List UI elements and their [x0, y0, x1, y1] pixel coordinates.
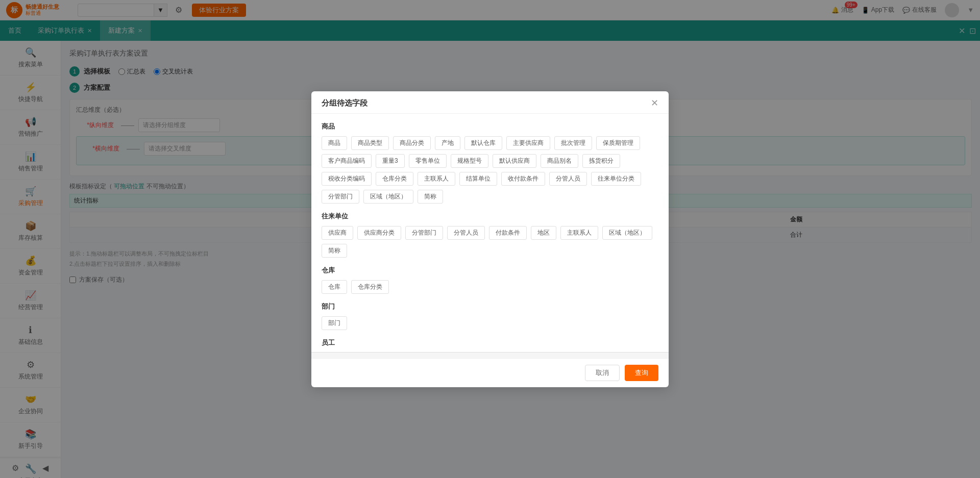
field-tags-2: 仓库仓库分类: [322, 280, 658, 294]
modal-confirm-button[interactable]: 查询: [625, 365, 658, 381]
modal-body: 商品商品商品类型商品分类产地默认仓库主要供应商批次管理保质期管理客户商品编码重量…: [311, 114, 669, 352]
field-tag-0-2[interactable]: 商品分类: [393, 136, 431, 150]
field-tag-0-17[interactable]: 主联系人: [418, 172, 455, 186]
field-tag-0-14[interactable]: 拣货积分: [582, 154, 620, 168]
modal-horizontal-scrollbar[interactable]: [311, 352, 669, 358]
field-group-0: 商品商品商品类型商品分类产地默认仓库主要供应商批次管理保质期管理客户商品编码重量…: [322, 122, 658, 204]
field-tag-1-4[interactable]: 付款条件: [489, 226, 527, 240]
field-tag-0-19[interactable]: 收付款条件: [501, 172, 545, 186]
field-tag-2-1[interactable]: 仓库分类: [351, 280, 389, 294]
field-tag-0-15[interactable]: 税收分类编码: [322, 172, 372, 186]
field-tag-0-5[interactable]: 主要供应商: [506, 136, 550, 150]
field-group-title-3: 部门: [322, 302, 658, 311]
field-tag-0-11[interactable]: 规格型号: [451, 154, 488, 168]
modal-close-button[interactable]: ✕: [651, 98, 658, 108]
modal-footer: 取消 查询: [311, 358, 669, 387]
field-tag-0-3[interactable]: 产地: [435, 136, 460, 150]
field-tag-0-21[interactable]: 往来单位分类: [591, 172, 641, 186]
field-group-title-2: 仓库: [322, 266, 658, 275]
modal-title: 分组待选字段: [322, 98, 368, 108]
field-group-title-4: 员工: [322, 338, 658, 347]
field-tag-0-16[interactable]: 仓库分类: [376, 172, 413, 186]
field-tag-0-4[interactable]: 默认仓库: [464, 136, 502, 150]
modal-cancel-button[interactable]: 取消: [585, 365, 620, 381]
field-group-3: 部门部门: [322, 302, 658, 330]
field-selection-modal: 分组待选字段 ✕ 商品商品商品类型商品分类产地默认仓库主要供应商批次管理保质期管…: [311, 91, 669, 387]
field-tag-0-1[interactable]: 商品类型: [351, 136, 389, 150]
field-tag-0-20[interactable]: 分管人员: [549, 172, 587, 186]
field-group-2: 仓库仓库仓库分类: [322, 266, 658, 294]
field-tag-2-0[interactable]: 仓库: [322, 280, 347, 294]
modal-header: 分组待选字段 ✕: [311, 91, 669, 114]
field-tag-3-0[interactable]: 部门: [322, 316, 347, 330]
field-tag-0-6[interactable]: 批次管理: [554, 136, 592, 150]
field-tag-0-12[interactable]: 默认供应商: [493, 154, 536, 168]
field-tag-0-0[interactable]: 商品: [322, 136, 347, 150]
field-tag-0-9[interactable]: 重量3: [376, 154, 405, 168]
field-tag-1-2[interactable]: 分管部门: [405, 226, 443, 240]
field-tag-0-22[interactable]: 分管部门: [322, 190, 359, 204]
field-tag-1-7[interactable]: 区域（地区）: [602, 226, 652, 240]
field-tag-0-8[interactable]: 客户商品编码: [322, 154, 372, 168]
field-group-title-1: 往来单位: [322, 212, 658, 221]
field-tag-1-8[interactable]: 简称: [322, 244, 347, 258]
field-tags-3: 部门: [322, 316, 658, 330]
field-tag-0-13[interactable]: 商品别名: [541, 154, 578, 168]
field-tag-1-5[interactable]: 地区: [531, 226, 556, 240]
modal-overlay: 分组待选字段 ✕ 商品商品商品类型商品分类产地默认仓库主要供应商批次管理保质期管…: [0, 0, 980, 478]
field-tags-0: 商品商品类型商品分类产地默认仓库主要供应商批次管理保质期管理客户商品编码重量3零…: [322, 136, 658, 204]
field-tag-0-24[interactable]: 简称: [418, 190, 443, 204]
field-tag-1-6[interactable]: 主联系人: [560, 226, 598, 240]
field-tag-0-7[interactable]: 保质期管理: [596, 136, 640, 150]
field-group-title-0: 商品: [322, 122, 658, 131]
field-tag-0-10[interactable]: 零售单位: [409, 154, 447, 168]
field-tag-1-1[interactable]: 供应商分类: [357, 226, 401, 240]
field-tag-0-23[interactable]: 区域（地区）: [363, 190, 413, 204]
field-tags-1: 供应商供应商分类分管部门分管人员付款条件地区主联系人区域（地区）简称: [322, 226, 658, 258]
field-group-1: 往来单位供应商供应商分类分管部门分管人员付款条件地区主联系人区域（地区）简称: [322, 212, 658, 258]
field-tag-0-18[interactable]: 结算单位: [459, 172, 497, 186]
field-tag-1-0[interactable]: 供应商: [322, 226, 353, 240]
field-group-4: 员工业务员: [322, 338, 658, 352]
field-tag-1-3[interactable]: 分管人员: [447, 226, 485, 240]
